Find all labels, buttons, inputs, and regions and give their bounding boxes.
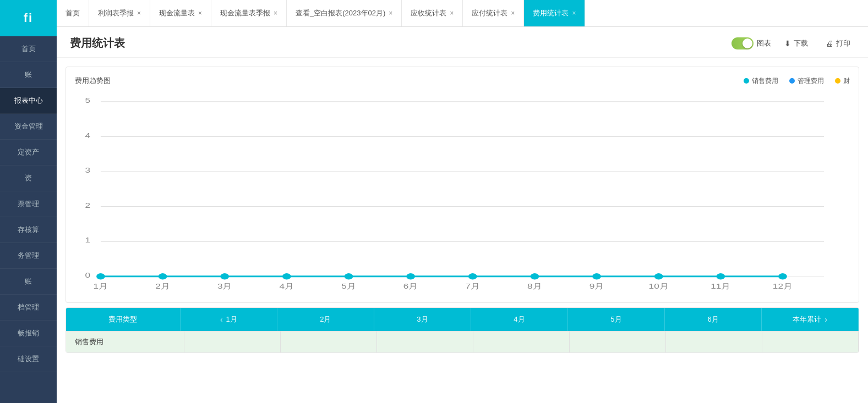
sidebar-item-home[interactable]: 首页 bbox=[0, 36, 57, 62]
tab-blank-report-label: 查看_空白报表(2023年02月) bbox=[296, 8, 385, 18]
tab-profit-close[interactable]: × bbox=[137, 9, 141, 17]
legend-admin: 管理费用 bbox=[789, 76, 824, 86]
col-ytd-label: 本年累计 bbox=[793, 314, 821, 324]
legend-finance-label: 财 bbox=[843, 76, 850, 86]
sidebar-item-ledger[interactable]: 账 bbox=[0, 269, 57, 295]
svg-text:5月: 5月 bbox=[341, 282, 356, 290]
chart-header: 费用趋势图 销售费用 管理费用 财 bbox=[75, 76, 850, 86]
sidebar-item-funds[interactable]: 资金管理 bbox=[0, 114, 57, 140]
tab-receivable-label: 应收统计表 bbox=[411, 8, 446, 18]
download-icon: ⬇ bbox=[784, 39, 791, 48]
col-type: 费用类型 bbox=[66, 308, 181, 331]
svg-text:1: 1 bbox=[85, 236, 91, 244]
sidebar-item-archive[interactable]: 档管理 bbox=[0, 295, 57, 321]
sidebar-item-investment[interactable]: 资 bbox=[0, 165, 57, 191]
row-sales-m5 bbox=[570, 332, 666, 352]
svg-text:5: 5 bbox=[85, 96, 91, 104]
download-button[interactable]: ⬇ 下载 bbox=[780, 36, 812, 51]
tab-blank-report-close[interactable]: × bbox=[389, 9, 392, 17]
svg-text:2月: 2月 bbox=[155, 282, 170, 290]
chart-title: 费用趋势图 bbox=[75, 76, 111, 86]
sidebar-item-reports[interactable]: 报表中心 bbox=[0, 88, 57, 114]
tab-expense-stats-close[interactable]: × bbox=[572, 9, 576, 17]
tab-home[interactable]: 首页 bbox=[57, 0, 89, 26]
svg-text:3: 3 bbox=[85, 167, 91, 174]
svg-point-18 bbox=[468, 273, 477, 280]
svg-point-17 bbox=[406, 273, 415, 280]
col-month2: 2月 bbox=[277, 308, 374, 331]
chart-legend: 销售费用 管理费用 财 bbox=[744, 76, 850, 86]
tab-cashflow-quarter[interactable]: 现金流量表季报 × bbox=[211, 0, 287, 26]
svg-text:4月: 4月 bbox=[280, 282, 294, 290]
col-month3: 3月 bbox=[374, 308, 471, 331]
col-month2-label: 2月 bbox=[320, 314, 331, 324]
svg-point-14 bbox=[220, 273, 229, 280]
col-month5: 5月 bbox=[568, 308, 665, 331]
row-sales-m2 bbox=[281, 332, 377, 352]
col-month5-label: 5月 bbox=[610, 314, 621, 324]
tab-cashflow[interactable]: 现金流量表 × bbox=[150, 0, 211, 26]
content-area: 费用统计表 图表 ⬇ 下载 🖨 打印 bbox=[57, 27, 868, 403]
chart-toggle[interactable]: 图表 bbox=[731, 37, 771, 49]
sidebar-item-accounts[interactable]: 账 bbox=[0, 62, 57, 88]
sidebar-item-expense[interactable]: 畅报销 bbox=[0, 321, 57, 346]
tab-bar: 首页 利润表季报 × 现金流量表 × 现金流量表季报 × 查看_空白报表(202… bbox=[57, 0, 868, 27]
tab-receivable-close[interactable]: × bbox=[450, 9, 454, 17]
sidebar-item-assets[interactable]: 定资产 bbox=[0, 140, 57, 165]
svg-point-12 bbox=[96, 273, 105, 280]
svg-point-15 bbox=[282, 273, 291, 280]
col-month4-label: 4月 bbox=[514, 314, 525, 324]
download-label: 下载 bbox=[794, 38, 808, 48]
sidebar-item-inventory[interactable]: 存核算 bbox=[0, 217, 57, 243]
page-title: 费用统计表 bbox=[70, 36, 125, 51]
row-sales-m3 bbox=[377, 332, 473, 352]
chart-section: 费用趋势图 销售费用 管理费用 财 bbox=[65, 67, 859, 303]
svg-text:1月: 1月 bbox=[94, 282, 108, 290]
sidebar-item-tickets[interactable]: 票管理 bbox=[0, 191, 57, 217]
svg-point-21 bbox=[654, 273, 663, 280]
tab-cashflow-quarter-close[interactable]: × bbox=[274, 9, 277, 17]
row-sales-m1 bbox=[184, 332, 281, 352]
print-icon: 🖨 bbox=[826, 39, 833, 48]
row-sales-m4 bbox=[473, 332, 570, 352]
tab-blank-report[interactable]: 查看_空白报表(2023年02月) × bbox=[287, 0, 402, 26]
svg-text:0: 0 bbox=[85, 271, 91, 279]
svg-point-19 bbox=[531, 273, 539, 280]
tab-cashflow-label: 现金流量表 bbox=[159, 8, 195, 18]
toggle-track[interactable] bbox=[731, 37, 754, 49]
col-prev-arrow[interactable]: ‹ bbox=[220, 315, 223, 324]
trend-chart: 5 4 3 2 1 0 bbox=[75, 90, 850, 294]
tab-expense-stats[interactable]: 费用统计表 × bbox=[524, 0, 585, 26]
svg-text:3月: 3月 bbox=[217, 282, 232, 290]
tab-cashflow-close[interactable]: × bbox=[198, 9, 202, 17]
col-month6-label: 6月 bbox=[707, 314, 718, 324]
main-area: 首页 利润表季报 × 现金流量表 × 现金流量表季报 × 查看_空白报表(202… bbox=[57, 0, 868, 403]
svg-text:10月: 10月 bbox=[649, 282, 669, 290]
col-next-arrow[interactable]: › bbox=[825, 315, 827, 324]
tab-receivable[interactable]: 应收统计表 × bbox=[402, 0, 463, 26]
col-type-label: 费用类型 bbox=[108, 314, 137, 324]
svg-text:2: 2 bbox=[85, 201, 91, 209]
legend-finance-dot bbox=[835, 78, 840, 84]
tab-payable-close[interactable]: × bbox=[511, 9, 515, 17]
col-month4: 4月 bbox=[471, 308, 568, 331]
svg-point-22 bbox=[717, 273, 725, 280]
sidebar-item-settings[interactable]: 础设置 bbox=[0, 346, 57, 372]
legend-admin-dot bbox=[789, 78, 795, 84]
table-header: 费用类型 ‹ 1月 2月 3月 4月 5月 bbox=[66, 308, 859, 331]
toggle-thumb bbox=[743, 38, 752, 48]
header-actions: 图表 ⬇ 下载 🖨 打印 bbox=[731, 36, 855, 51]
legend-finance: 财 bbox=[835, 76, 850, 86]
sidebar: fi 首页 账 报表中心 资金管理 定资产 资 票管理 存核算 务管理 账 档管… bbox=[0, 0, 57, 403]
tab-payable[interactable]: 应付统计表 × bbox=[463, 0, 524, 26]
col-month6: 6月 bbox=[665, 308, 762, 331]
sidebar-item-affairs[interactable]: 务管理 bbox=[0, 243, 57, 269]
chart-container: 5 4 3 2 1 0 bbox=[75, 90, 850, 294]
col-month1: ‹ 1月 bbox=[181, 308, 277, 331]
page-header: 费用统计表 图表 ⬇ 下载 🖨 打印 bbox=[57, 27, 868, 58]
svg-text:4: 4 bbox=[85, 131, 91, 139]
tab-profit[interactable]: 利润表季报 × bbox=[89, 0, 150, 26]
print-button[interactable]: 🖨 打印 bbox=[821, 36, 855, 51]
svg-point-20 bbox=[592, 273, 601, 280]
expense-table: 费用类型 ‹ 1月 2月 3月 4月 5月 bbox=[65, 307, 859, 353]
